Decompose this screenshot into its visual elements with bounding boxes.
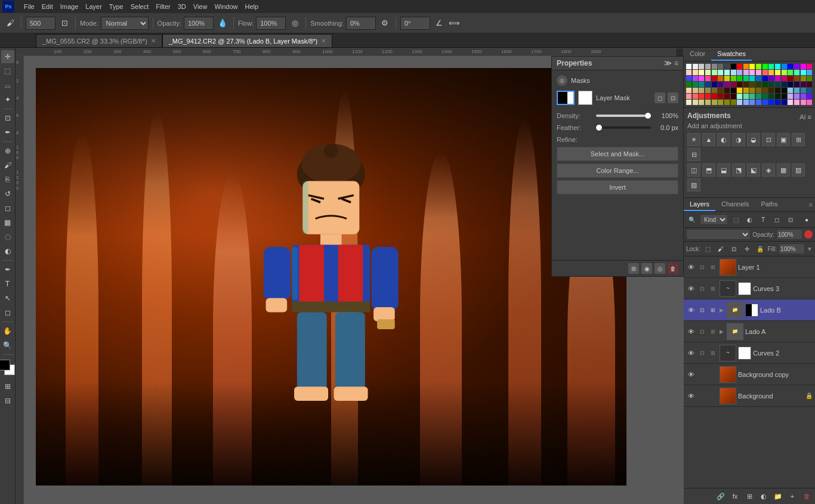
color-swatch[interactable]	[731, 64, 736, 69]
filter-text-icon[interactable]: T	[757, 214, 769, 225]
filter-toggle[interactable]: ●	[801, 214, 813, 225]
color-swatch[interactable]	[807, 88, 812, 93]
color-swatch[interactable]	[731, 88, 736, 93]
search-icon[interactable]: 🔍	[686, 214, 698, 225]
airbrush-icon[interactable]: ◎	[288, 17, 301, 30]
color-swatch[interactable]	[794, 82, 799, 87]
color-swatch[interactable]	[693, 82, 698, 87]
color-swatch[interactable]	[807, 82, 812, 87]
color-swatch[interactable]	[686, 88, 691, 93]
flow-value[interactable]: 100%	[256, 17, 286, 30]
layers-panel-menu[interactable]: ≡	[809, 201, 813, 208]
tab-doc-1-close[interactable]: ✕	[151, 38, 156, 44]
color-swatch[interactable]	[807, 64, 812, 69]
canvas-scroll[interactable]: Properties ≫ ≡ ◎ Masks	[24, 56, 684, 504]
hdr-toning-icon[interactable]: ▨	[687, 178, 700, 191]
eraser-tool[interactable]: ◻	[1, 202, 14, 215]
lock-artboards-icon[interactable]: ⊡	[728, 243, 740, 255]
layer-visibility-bg[interactable]: 👁	[686, 391, 696, 401]
color-swatch[interactable]	[743, 88, 749, 93]
color-swatch[interactable]	[731, 82, 736, 87]
menu-file[interactable]: File	[24, 3, 35, 10]
color-swatch[interactable]	[749, 76, 755, 81]
channel-mixer-icon[interactable]: ◫	[687, 163, 700, 177]
color-swatch[interactable]	[724, 82, 730, 87]
color-swatch[interactable]	[762, 100, 768, 105]
color-swatch[interactable]	[699, 94, 704, 99]
color-swatch[interactable]	[768, 70, 774, 75]
layer-visibility-layer1[interactable]: 👁	[686, 262, 696, 272]
density-slider[interactable]	[596, 113, 651, 119]
layer-item-ladob[interactable]: 👁 ⊡ ⊞ ▶ 📁 Lado B	[684, 299, 815, 321]
color-swatch[interactable]	[762, 82, 768, 87]
props-grid-icon[interactable]: ⊞	[628, 263, 639, 274]
color-swatch[interactable]	[693, 94, 698, 99]
layer-item-bgcopy[interactable]: 👁 Background copy	[684, 364, 815, 385]
color-swatch[interactable]	[782, 70, 787, 75]
color-swatch[interactable]	[743, 94, 749, 99]
color-swatch[interactable]	[807, 100, 812, 105]
filter-adj-icon[interactable]: ◐	[743, 214, 755, 225]
screen-mode-tool[interactable]: ⊟	[1, 394, 14, 407]
color-swatch[interactable]	[743, 70, 749, 75]
lock-paint-icon[interactable]: 🖌	[715, 243, 727, 255]
color-swatch[interactable]	[699, 88, 704, 93]
brush-preset-icon[interactable]: ⊡	[58, 17, 71, 30]
color-swatch[interactable]	[718, 64, 723, 69]
posterize-icon[interactable]: ⬔	[732, 163, 745, 177]
color-swatch[interactable]	[794, 70, 799, 75]
color-swatch[interactable]	[801, 82, 806, 87]
tab-doc-2[interactable]: _MG_9412.CR2 @ 27.3% (Lado B, Layer Mask…	[162, 34, 333, 47]
feather-handle[interactable]	[596, 125, 602, 131]
color-swatch[interactable]	[775, 82, 780, 87]
color-swatch[interactable]	[768, 94, 774, 99]
color-swatch[interactable]	[743, 100, 749, 105]
color-swatch[interactable]	[807, 94, 812, 99]
color-swatch[interactable]	[788, 88, 793, 93]
menu-help[interactable]: Help	[245, 3, 259, 10]
lasso-tool[interactable]: ⌓	[1, 79, 14, 92]
layer-visibility-ladob[interactable]: 👁	[686, 305, 696, 315]
color-swatch[interactable]	[743, 64, 749, 69]
color-swatch[interactable]	[699, 100, 704, 105]
color-swatch[interactable]	[705, 82, 711, 87]
shadows-highlights-icon[interactable]: ▧	[792, 163, 805, 177]
layer-style-icon[interactable]: fx	[729, 490, 741, 502]
crop-tool[interactable]: ⊡	[1, 112, 14, 125]
opacity-value[interactable]: 100%	[184, 17, 214, 30]
heal-tool[interactable]: ⊕	[1, 144, 14, 157]
eyedropper-tool[interactable]: ✒	[1, 126, 14, 139]
tab-doc-2-close[interactable]: ✕	[321, 38, 326, 44]
move-tool[interactable]: ✛	[1, 50, 14, 63]
lock-pixels-icon[interactable]: ⬚	[702, 243, 714, 255]
color-swatch[interactable]	[686, 100, 691, 105]
color-swatch[interactable]	[737, 64, 742, 69]
props-eye-icon[interactable]: ◉	[641, 263, 652, 274]
color-swatch[interactable]	[807, 76, 812, 81]
color-swatch[interactable]	[731, 76, 736, 81]
fill-input[interactable]	[779, 243, 805, 254]
properties-menu-icon[interactable]: ≡	[674, 59, 678, 67]
color-swatch[interactable]	[782, 76, 787, 81]
select-mask-button[interactable]: Select and Mask...	[557, 147, 678, 161]
color-swatch[interactable]	[718, 94, 723, 99]
tab-channels[interactable]: Channels	[715, 198, 755, 211]
color-swatch[interactable]	[724, 94, 730, 99]
layer-item-curves2[interactable]: 👁 ⊡ ⊞ ~ Curves 2	[684, 342, 815, 364]
menu-window[interactable]: Window	[214, 3, 237, 10]
color-swatch[interactable]	[705, 94, 711, 99]
clone-tool[interactable]: ⎘	[1, 173, 14, 186]
exposure-icon[interactable]: ◑	[732, 133, 745, 146]
color-swatch[interactable]	[705, 88, 711, 93]
color-range-button[interactable]: Color Range...	[557, 163, 678, 178]
menu-filter[interactable]: Filter	[156, 3, 170, 10]
menu-type[interactable]: Type	[109, 3, 124, 10]
color-swatch[interactable]	[749, 82, 755, 87]
layer-mask-bottom-icon[interactable]: ⊞	[743, 490, 755, 502]
color-swatch[interactable]	[775, 64, 780, 69]
blend-mode-select[interactable]: Normal	[101, 17, 149, 30]
blend-mode-select[interactable]: Pass Through	[686, 229, 751, 240]
layer-new-icon[interactable]: +	[786, 490, 798, 502]
color-swatch[interactable]	[724, 70, 730, 75]
magic-wand-tool[interactable]: ✦	[1, 93, 14, 106]
